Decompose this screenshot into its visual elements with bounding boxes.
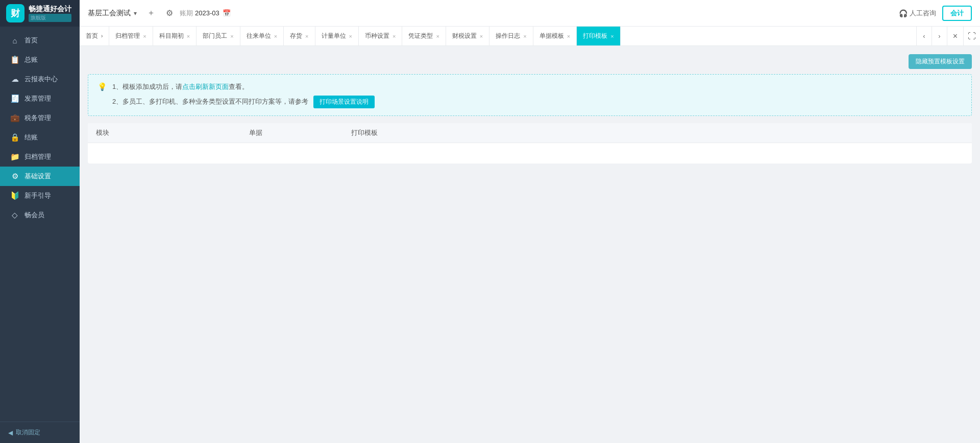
tab-prev-button[interactable]: ‹ (917, 27, 932, 46)
guide-icon: 🔰 (10, 191, 19, 200)
tab-voucher-template[interactable]: 单据模板 × (533, 27, 577, 46)
col-header-module: 模块 (88, 123, 241, 143)
member-icon: ◇ (10, 211, 19, 220)
tab-inventory-label: 存货 (290, 32, 302, 40)
tab-voucher-template-close-icon[interactable]: × (567, 33, 570, 39)
tab-archive-close-icon[interactable]: × (143, 33, 146, 39)
sidebar-item-ledger[interactable]: 📋 总账 (0, 50, 80, 69)
company-name: 基层工会测试 (88, 9, 131, 18)
topbar-actions: ＋ ⚙ (145, 7, 176, 19)
app-logo-text: 畅捷通好会计 旗舰版 (29, 5, 71, 22)
tab-counterpart-close-icon[interactable]: × (274, 33, 277, 39)
app-edition: 旗舰版 (29, 14, 71, 22)
sidebar-item-tax[interactable]: 💼 税务管理 (0, 108, 80, 128)
home-icon: ⌂ (10, 36, 19, 45)
app-name: 畅捷通好会计 (29, 5, 71, 13)
tab-department-close-icon[interactable]: × (230, 33, 233, 39)
archive-icon: 📁 (10, 152, 19, 161)
tab-print-template[interactable]: 打印模板 × (577, 27, 620, 46)
tab-home[interactable]: 首页 › (80, 27, 109, 46)
tab-counterpart-label: 往来单位 (247, 32, 271, 40)
tab-tax-settings[interactable]: 财税设置 × (446, 27, 489, 46)
sidebar-logo: 财 畅捷通好会计 旗舰版 (0, 0, 80, 27)
notice-text-1: 1、模板添加成功后，请点击刷新新页面查看。 (112, 82, 249, 92)
calendar-icon[interactable]: 📅 (223, 9, 231, 17)
sidebar-item-label-ledger: 总账 (24, 55, 38, 64)
tab-home-arrow-icon: › (101, 33, 103, 39)
sidebar-item-basic[interactable]: ⚙ 基础设置 (0, 167, 80, 186)
tab-subject-init-label: 科目期初 (159, 32, 184, 40)
tab-subject-init[interactable]: 科目期初 × (153, 27, 197, 46)
tab-inventory-close-icon[interactable]: × (305, 33, 308, 39)
period-label: 账期 (180, 9, 193, 18)
tabbar: 首页 › 归档管理 × 科目期初 × 部门员工 × 往来单位 × 存货 × 计量… (80, 27, 980, 46)
tab-voucher-type-close-icon[interactable]: × (436, 33, 439, 39)
main-area: 基层工会测试 ▾ ＋ ⚙ 账期 2023-03 📅 🎧 人工咨询 会计 首页 ›… (80, 0, 980, 443)
sidebar-item-archive[interactable]: 📁 归档管理 (0, 147, 80, 167)
period-display: 账期 2023-03 📅 (180, 9, 231, 18)
tab-unit[interactable]: 计量单位 × (315, 27, 359, 46)
account-button[interactable]: 会计 (942, 6, 972, 21)
sidebar-nav: ⌂ 首页 📋 总账 ☁ 云报表中心 🧾 发票管理 💼 税务管理 🔒 结账 📁 归… (0, 27, 80, 422)
tab-department-label: 部门员工 (203, 32, 227, 40)
service-button[interactable]: 🎧 人工咨询 (899, 9, 936, 18)
sidebar-item-home[interactable]: ⌂ 首页 (0, 31, 80, 50)
topbar-right: 🎧 人工咨询 会计 (899, 6, 972, 21)
sidebar-item-member[interactable]: ◇ 畅会员 (0, 205, 80, 225)
tab-expand-button[interactable]: ⛶ (964, 27, 980, 46)
hide-template-section: 隐藏预置模板设置 (88, 54, 972, 69)
sidebar-item-label-member: 畅会员 (24, 211, 44, 220)
company-dropdown-icon: ▾ (134, 10, 137, 17)
tab-subject-init-close-icon[interactable]: × (187, 33, 190, 39)
notice-row-1: 💡 1、模板添加成功后，请点击刷新新页面查看。 (97, 82, 962, 92)
add-tab-button[interactable]: ＋ (145, 7, 157, 19)
headset-icon: 🎧 (899, 9, 908, 17)
notice-line2-prefix: 2、多员工、多打印机、多种业务类型设置不同打印方案等，请参考 (112, 98, 308, 105)
sidebar-item-label-basic: 基础设置 (24, 172, 51, 181)
tab-counterpart[interactable]: 往来单位 × (240, 27, 284, 46)
settings-icon[interactable]: ⚙ (163, 7, 176, 19)
tabbar-nav: ‹ › × ⛶ (916, 27, 980, 46)
hide-template-button[interactable]: 隐藏预置模板设置 (909, 54, 972, 69)
notice-line1-suffix: 查看。 (229, 83, 249, 90)
cancel-pin-button[interactable]: ◀ 取消固定 (0, 422, 80, 443)
bulb-icon: 💡 (97, 82, 107, 91)
tab-operation-log-close-icon[interactable]: × (523, 33, 526, 39)
tab-operation-log[interactable]: 操作日志 × (489, 27, 533, 46)
sidebar-item-label-guide: 新手引导 (24, 191, 51, 200)
notice-box: 💡 1、模板添加成功后，请点击刷新新页面查看。 💡 2、多员工、多打印机、多种业… (88, 74, 972, 116)
notice-refresh-link[interactable]: 点击刷新新页面 (182, 83, 229, 90)
tab-voucher-type[interactable]: 凭证类型 × (402, 27, 446, 46)
tab-print-template-close-icon[interactable]: × (610, 33, 614, 39)
tab-home-label: 首页 (86, 32, 98, 40)
tab-close-all-button[interactable]: × (947, 27, 964, 46)
tab-currency[interactable]: 币种设置 × (359, 27, 402, 46)
sidebar-item-label-archive: 归档管理 (24, 152, 51, 161)
basic-icon: ⚙ (10, 172, 19, 181)
cancel-pin-label: 取消固定 (16, 428, 40, 437)
notice-text-2: 2、多员工、多打印机、多种业务类型设置不同打印方案等，请参考 打印场景设置说明 (112, 96, 375, 108)
tab-next-button[interactable]: › (932, 27, 947, 46)
notice-line1-prefix: 1、模板添加成功后，请 (112, 83, 182, 90)
tab-archive-label: 归档管理 (115, 32, 140, 40)
tab-unit-close-icon[interactable]: × (349, 33, 352, 39)
tab-archive[interactable]: 归档管理 × (109, 27, 153, 46)
ledger-icon: 📋 (10, 55, 19, 64)
sidebar: 财 畅捷通好会计 旗舰版 ⌂ 首页 📋 总账 ☁ 云报表中心 🧾 发票管理 💼 … (0, 0, 80, 443)
period-value: 2023-03 (195, 9, 219, 17)
sidebar-item-guide[interactable]: 🔰 新手引导 (0, 186, 80, 205)
sidebar-item-label-invoice: 发票管理 (24, 94, 51, 103)
tab-inventory[interactable]: 存货 × (284, 27, 315, 46)
tab-currency-label: 币种设置 (365, 32, 389, 40)
tab-department[interactable]: 部门员工 × (197, 27, 240, 46)
company-selector[interactable]: 基层工会测试 ▾ (88, 9, 137, 18)
sidebar-item-closing[interactable]: 🔒 结账 (0, 128, 80, 147)
tab-currency-close-icon[interactable]: × (393, 33, 396, 39)
tab-print-template-label: 打印模板 (583, 32, 607, 40)
sidebar-item-report[interactable]: ☁ 云报表中心 (0, 69, 80, 89)
tab-voucher-template-label: 单据模板 (540, 32, 564, 40)
sidebar-item-invoice[interactable]: 🧾 发票管理 (0, 89, 80, 108)
tab-tax-settings-close-icon[interactable]: × (480, 33, 483, 39)
print-scene-button[interactable]: 打印场景设置说明 (313, 96, 375, 108)
table-header: 模块 单据 打印模板 (88, 123, 972, 143)
